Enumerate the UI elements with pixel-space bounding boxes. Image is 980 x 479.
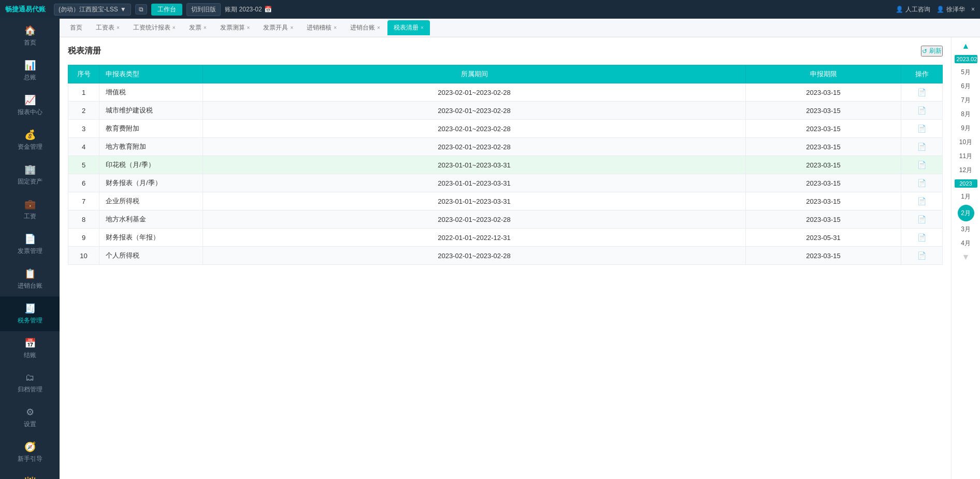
cell-action[interactable]: 📄: [901, 120, 943, 138]
assets-icon: 🏢: [24, 164, 36, 175]
calendar-month-6[interactable]: 6月: [955, 80, 977, 93]
cell-type: 增值税: [99, 83, 203, 102]
view-icon[interactable]: 📄: [917, 179, 926, 187]
tab-invoice-calc[interactable]: 发票测算 ×: [214, 20, 256, 35]
ai-consult-button[interactable]: 👤 人工咨询: [896, 5, 930, 14]
top-close-button[interactable]: ×: [971, 6, 975, 13]
cell-period: 2023-02-01~2023-02-28: [203, 83, 746, 102]
view-icon[interactable]: 📄: [917, 106, 926, 115]
refresh-button[interactable]: ↺ 刷新: [921, 46, 943, 57]
cell-action[interactable]: 📄: [901, 156, 943, 174]
switch-old-button[interactable]: 切到旧版: [186, 3, 221, 16]
tab-home[interactable]: 首页: [64, 20, 89, 35]
tab-purchase-check[interactable]: 进销稽核 ×: [300, 20, 343, 35]
top-right-actions: 👤 人工咨询 👤 徐泽华 ×: [896, 5, 975, 14]
tab-invoice[interactable]: 发票 ×: [183, 20, 213, 35]
cell-action[interactable]: 📄: [901, 229, 943, 247]
sidebar-item-invoice[interactable]: 📄 发票管理: [0, 227, 60, 262]
tab-close-invoice-calc[interactable]: ×: [247, 25, 250, 31]
tab-salary[interactable]: 工资表 ×: [90, 20, 126, 35]
content-area: 首页 工资表 × 工资统计报表 × 发票 × 发票测算 × 发票开具 ×: [60, 19, 980, 479]
view-icon[interactable]: 📄: [917, 143, 926, 151]
cell-period: 2023-02-01~2023-02-28: [203, 102, 746, 120]
tab-purchase-ledger[interactable]: 进销台账 ×: [344, 20, 386, 35]
cell-deadline: 2023-03-15: [746, 138, 901, 156]
th-index: 序号: [68, 65, 99, 83]
cell-action[interactable]: 📄: [901, 192, 943, 210]
table-row: 8 地方水利基金 2023-02-01~2023-02-28 2023-03-1…: [68, 210, 943, 229]
view-icon[interactable]: 📄: [917, 88, 926, 96]
tab-tax-register[interactable]: 税表清册 ×: [387, 20, 430, 35]
tab-close-invoice-open[interactable]: ×: [290, 25, 293, 31]
sidebar-item-ledger[interactable]: 📊 总账: [0, 53, 60, 88]
workspace-button[interactable]: 工作台: [151, 4, 182, 16]
funds-icon: 💰: [24, 129, 36, 140]
sidebar: 🏠 首页 📊 总账 📈 报表中心 💰 资金管理 🏢 固定资产 💼 工资 📄 发票…: [0, 19, 60, 479]
cell-type: 地方水利基金: [99, 210, 203, 229]
page-title: 税表清册: [68, 46, 101, 57]
tab-salary-report[interactable]: 工资统计报表 ×: [127, 20, 182, 35]
cell-action[interactable]: 📄: [901, 174, 943, 192]
sidebar-item-close[interactable]: 📅 结账: [0, 331, 60, 366]
tab-close-purchase-check[interactable]: ×: [334, 25, 337, 31]
cell-action[interactable]: 📄: [901, 210, 943, 229]
sidebar-item-reports[interactable]: 📈 报表中心: [0, 88, 60, 123]
view-icon[interactable]: 📄: [917, 251, 926, 260]
guide-icon: 🧭: [24, 441, 36, 453]
view-icon[interactable]: 📄: [917, 197, 926, 205]
cell-deadline: 2023-03-15: [746, 210, 901, 229]
sidebar-item-guide[interactable]: 🧭 新手引导: [0, 435, 60, 470]
copy-button[interactable]: ⧉: [135, 4, 147, 15]
sidebar-item-archive[interactable]: 🗂 归档管理: [0, 366, 60, 400]
sidebar-item-funds[interactable]: 💰 资金管理: [0, 123, 60, 158]
cell-action[interactable]: 📄: [901, 102, 943, 120]
calendar-month-2[interactable]: 2月: [958, 205, 974, 221]
tab-invoice-open[interactable]: 发票开具 ×: [257, 20, 299, 35]
calendar-prev-year-label[interactable]: 2023.02: [955, 55, 977, 63]
calendar-month-7[interactable]: 7月: [955, 94, 977, 107]
calendar-month-1[interactable]: 1月: [955, 190, 977, 203]
sidebar-item-member[interactable]: 👑 畅会员: [0, 470, 60, 479]
user-profile-button[interactable]: 👤 徐泽华: [936, 5, 965, 14]
th-action: 操作: [901, 65, 943, 83]
calendar-month-9[interactable]: 9月: [955, 122, 977, 135]
view-icon[interactable]: 📄: [917, 161, 926, 169]
sidebar-item-tax[interactable]: 🧾 税务管理: [0, 297, 60, 331]
calendar-month-4[interactable]: 4月: [955, 237, 977, 250]
calendar-month-10[interactable]: 10月: [955, 136, 977, 149]
calendar-month-8[interactable]: 8月: [955, 108, 977, 121]
cell-action[interactable]: 📄: [901, 138, 943, 156]
cell-type: 地方教育附加: [99, 138, 203, 156]
table-header: 序号 申报表类型 所属期间 申报期限 操作: [68, 65, 943, 83]
calendar-nav-up[interactable]: ▲: [960, 39, 972, 53]
calendar-current-year[interactable]: 2023: [955, 179, 977, 188]
calendar-month-5[interactable]: 5月: [955, 66, 977, 79]
cell-type: 个人所得税: [99, 247, 203, 265]
calendar-nav-down[interactable]: ▼: [960, 250, 972, 264]
cell-action[interactable]: 📄: [901, 247, 943, 265]
view-icon[interactable]: 📄: [917, 215, 926, 223]
sidebar-item-settings[interactable]: ⚙ 设置: [0, 400, 60, 435]
view-icon[interactable]: 📄: [917, 233, 926, 242]
calendar-month-11[interactable]: 11月: [955, 150, 977, 163]
table-row: 4 地方教育附加 2023-02-01~2023-02-28 2023-03-1…: [68, 138, 943, 156]
sidebar-item-assets[interactable]: 🏢 固定资产: [0, 158, 60, 192]
main-panel: 税表清册 ↺ 刷新 序号 申报表类型 所属期间 申报期限 操作: [60, 37, 951, 479]
cell-action[interactable]: 📄: [901, 83, 943, 102]
tax-table: 序号 申报表类型 所属期间 申报期限 操作 1 增值税 2023-02-01~2…: [68, 65, 943, 265]
sidebar-item-purchase[interactable]: 📋 进销台账: [0, 262, 60, 297]
calendar-month-12[interactable]: 12月: [955, 164, 977, 177]
tab-close-invoice[interactable]: ×: [204, 25, 207, 31]
table-row: 10 个人所得税 2023-02-01~2023-02-28 2023-03-1…: [68, 247, 943, 265]
purchase-icon: 📋: [24, 268, 36, 279]
cell-deadline: 2023-03-15: [746, 120, 901, 138]
tab-close-salary-report[interactable]: ×: [172, 25, 176, 31]
tab-close-purchase-ledger[interactable]: ×: [377, 25, 380, 31]
view-icon[interactable]: 📄: [917, 124, 926, 133]
tab-close-tax-register[interactable]: ×: [421, 25, 424, 31]
sidebar-item-salary[interactable]: 💼 工资: [0, 192, 60, 227]
calendar-month-3[interactable]: 3月: [955, 223, 977, 236]
company-selector[interactable]: (勿动）江西股宝-LSS ▼: [54, 4, 131, 16]
sidebar-item-home[interactable]: 🏠 首页: [0, 19, 60, 53]
tab-close-salary[interactable]: ×: [117, 25, 120, 31]
